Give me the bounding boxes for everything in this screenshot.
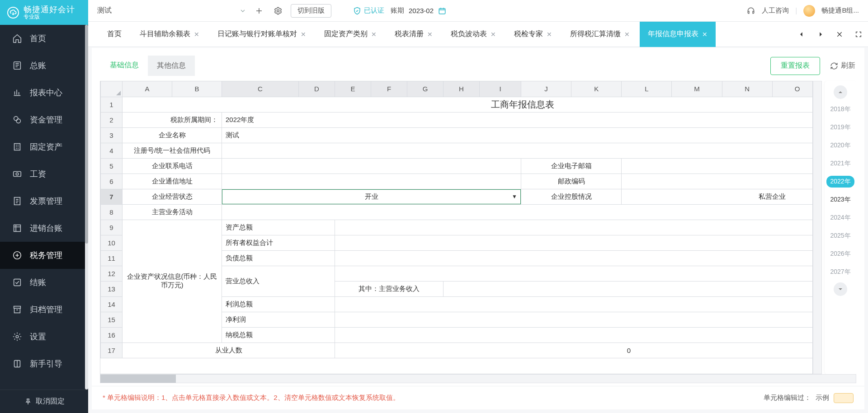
col-header[interactable]: B [172, 81, 222, 97]
sidebar-item-salary[interactable]: 工资 [0, 160, 88, 188]
subtab-other[interactable]: 其他信息 [148, 56, 195, 76]
cell[interactable]: 测试 [222, 127, 813, 143]
cell[interactable] [335, 327, 813, 343]
year-option[interactable]: 2020年 [826, 140, 854, 151]
row-header[interactable]: 8 [101, 204, 123, 220]
year-option[interactable]: 2021年 [826, 158, 854, 169]
row-header[interactable]: 17 [101, 343, 123, 358]
sidebar-item-guide[interactable]: 新手引导 [0, 350, 88, 377]
cell[interactable] [222, 174, 521, 189]
sidebar-item-tax[interactable]: 税务管理 [0, 242, 88, 269]
row-header[interactable]: 16 [101, 327, 123, 343]
year-option[interactable]: 2024年 [826, 212, 854, 224]
tab-close-icon[interactable]: ✕ [194, 31, 199, 38]
cell[interactable]: 税款所属期间： [123, 112, 222, 127]
col-header[interactable]: L [622, 81, 672, 97]
cell[interactable] [335, 296, 813, 312]
row-header[interactable]: 2 [101, 112, 123, 127]
cell[interactable] [335, 312, 813, 327]
tab-close-icon[interactable]: ✕ [702, 31, 708, 38]
cell[interactable] [443, 281, 813, 296]
add-button[interactable] [253, 5, 265, 17]
year-scroll-up[interactable] [834, 85, 847, 99]
cell[interactable]: 私营企业 [622, 189, 813, 204]
year-option[interactable]: 2026年 [826, 248, 854, 260]
row-header[interactable]: 4 [101, 143, 123, 158]
tab[interactable]: 税检专家✕ [506, 22, 560, 47]
sidebar-item-building[interactable]: 固定资产 [0, 133, 88, 160]
year-option[interactable]: 2022年 [826, 176, 854, 188]
tab[interactable]: 税表清册✕ [387, 22, 441, 47]
unpin-button[interactable]: 取消固定 [0, 390, 88, 413]
col-header[interactable]: N [722, 81, 772, 97]
cell[interactable]: 企业联系电话 [123, 158, 222, 174]
user-name[interactable]: 畅捷通B组... [821, 6, 859, 15]
col-header[interactable]: F [371, 81, 407, 97]
business-state-dropdown[interactable]: 开业▼ [222, 189, 521, 204]
tab-close-icon[interactable]: ✕ [547, 31, 552, 38]
subtab-basic[interactable]: 基础信息 [101, 55, 148, 76]
tab[interactable]: 首页 [99, 22, 130, 47]
select-all-corner[interactable] [101, 81, 123, 97]
row-header[interactable]: 1 [101, 97, 123, 112]
col-header[interactable]: O [772, 81, 813, 97]
cell[interactable]: 纳税总额 [222, 327, 335, 343]
cell[interactable]: 企业名称 [123, 127, 222, 143]
switch-old-button[interactable]: 切到旧版 [291, 4, 331, 18]
year-scroll-down[interactable] [834, 282, 847, 296]
row-header[interactable]: 11 [101, 250, 123, 266]
cell[interactable] [222, 143, 813, 158]
row-header[interactable]: 10 [101, 235, 123, 250]
cell[interactable] [622, 174, 813, 189]
cell[interactable]: 2022年度 [222, 112, 813, 127]
col-header[interactable]: H [443, 81, 480, 97]
sidebar-item-home[interactable]: 首页 [0, 25, 88, 52]
col-header[interactable]: A [123, 81, 172, 97]
horizontal-scrollbar[interactable] [100, 374, 856, 383]
row-header[interactable]: 12 [101, 266, 123, 281]
row-header[interactable]: 3 [101, 127, 123, 143]
cell[interactable]: 企业资产状况信息(币种：人民币万元) [123, 220, 222, 343]
tab[interactable]: 税负波动表✕ [443, 22, 504, 47]
sidebar-item-chart[interactable]: 报表中心 [0, 79, 88, 106]
tab-close-icon[interactable]: ✕ [301, 31, 306, 38]
cell[interactable]: 注册号/统一社会信用代码 [123, 143, 222, 158]
tabs-scroll-right[interactable] [811, 25, 830, 44]
cell[interactable]: 所有者权益合计 [222, 235, 335, 250]
tabs-scroll-left[interactable] [792, 25, 811, 44]
cell[interactable]: 资产总额 [222, 220, 335, 235]
cell[interactable] [222, 158, 521, 174]
vertical-scrollbar[interactable] [813, 81, 822, 374]
col-header[interactable]: E [335, 81, 371, 97]
cell[interactable]: 企业电子邮箱 [521, 158, 622, 174]
tab[interactable]: 斗目辅助余额表✕ [132, 22, 208, 47]
row-header[interactable]: 14 [101, 296, 123, 312]
cell[interactable]: 负债总额 [222, 250, 335, 266]
cell[interactable]: 营业总收入 [222, 266, 335, 296]
year-option[interactable]: 2027年 [826, 266, 854, 278]
year-option[interactable]: 2023年 [826, 194, 854, 206]
cell[interactable]: 主营业务活动 [123, 204, 222, 220]
tab[interactable]: 日记账与银行对账单核对✕ [209, 22, 314, 47]
fullscreen-button[interactable] [849, 25, 868, 44]
col-header[interactable]: D [299, 81, 335, 97]
cell[interactable]: 企业通信地址 [123, 174, 222, 189]
row-header[interactable]: 9 [101, 220, 123, 235]
col-header[interactable]: G [407, 81, 443, 97]
row-header[interactable]: 15 [101, 312, 123, 327]
avatar[interactable] [803, 5, 815, 17]
settings-icon[interactable] [272, 5, 284, 17]
sidebar-scrollbar[interactable] [85, 25, 88, 390]
year-option[interactable]: 2025年 [826, 230, 854, 242]
cell[interactable]: 净利润 [222, 312, 335, 327]
tab-close-icon[interactable]: ✕ [491, 31, 496, 38]
consult-button[interactable]: 人工咨询 [762, 6, 789, 15]
cell[interactable]: 从业人数 [123, 343, 335, 358]
spreadsheet[interactable]: ABCDEFGHIJKLMNOPQ1工商年报信息表2税款所属期间：2022年度3… [100, 81, 813, 374]
sidebar-item-inventory[interactable]: 进销台账 [0, 215, 88, 242]
tab[interactable]: 固定资产类别✕ [316, 22, 385, 47]
cell[interactable]: 邮政编码 [521, 174, 622, 189]
sidebar-item-gear[interactable]: 设置 [0, 323, 88, 350]
sidebar-item-invoice[interactable]: 发票管理 [0, 188, 88, 215]
tab-close-icon[interactable]: ✕ [427, 31, 433, 38]
